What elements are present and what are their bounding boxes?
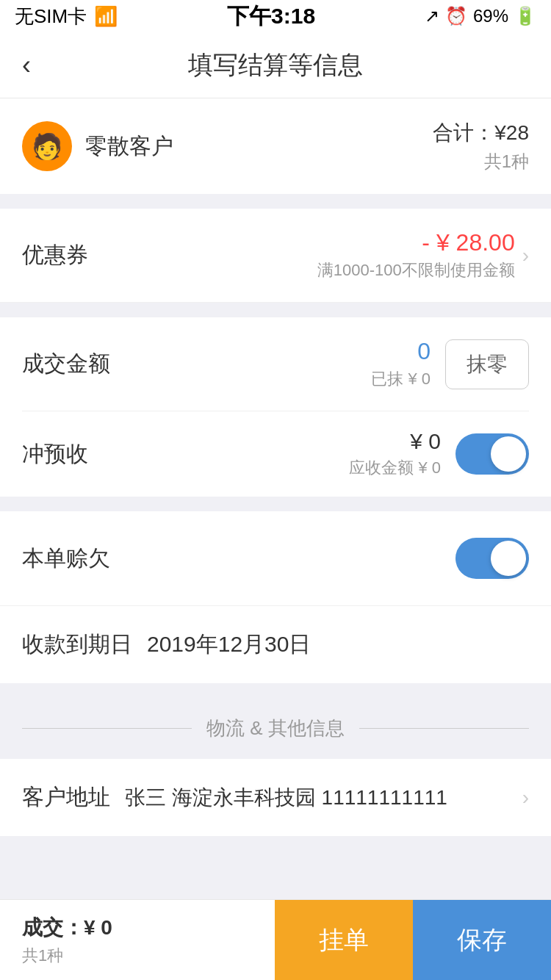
status-bar: 无SIM卡 📶 下午3:18 ↗ ⏰ 69% 🔋	[0, 0, 551, 32]
deal-section: 成交金额 0 已抹 ¥ 0 抹零 冲预收 ¥ 0 应收金额 ¥ 0	[0, 317, 551, 497]
debt-label: 本单赊欠	[22, 544, 110, 574]
address-row[interactable]: 客户地址 张三 海淀永丰科技园 11111111111 ›	[0, 759, 551, 836]
save-button[interactable]: 保存	[413, 900, 551, 981]
nav-bar: ‹ 填写结算等信息	[0, 32, 551, 98]
customer-name: 零散客户	[85, 131, 173, 162]
coupon-amount: - ¥ 28.00	[317, 229, 515, 256]
signal-text: 无SIM卡	[15, 4, 87, 29]
battery-text: 69%	[473, 6, 508, 26]
coupon-label: 优惠券	[22, 240, 88, 270]
divider-3	[0, 497, 551, 511]
debt-toggle[interactable]	[455, 538, 529, 579]
status-time: 下午3:18	[227, 1, 315, 32]
status-left: 无SIM卡 📶	[15, 4, 118, 29]
due-date-label: 收款到期日	[22, 630, 132, 660]
logistics-line-right	[359, 728, 529, 729]
avatar-icon: 🧑	[32, 131, 62, 161]
coupon-row[interactable]: 优惠券 - ¥ 28.00 满1000-100不限制使用金额 ›	[0, 209, 551, 303]
logistics-text: 物流 & 其他信息	[192, 716, 359, 741]
content: 🧑 零散客户 合计：¥28 共1种 优惠券 - ¥ 28.00 满1000-10…	[0, 98, 551, 980]
deal-amount-right: 0 已抹 ¥ 0 抹零	[371, 338, 529, 390]
address-value: 张三 海淀永丰科技园 11111111111	[125, 784, 522, 812]
prepay-toggle[interactable]	[455, 433, 529, 475]
bottom-deal-value: ¥ 0	[84, 916, 112, 939]
coupon-desc: 满1000-100不限制使用金额	[317, 259, 515, 281]
bottom-bar: 成交：¥ 0 共1种 挂单 保存	[0, 899, 551, 980]
logistics-divider: 物流 & 其他信息	[0, 698, 551, 759]
divider-1	[0, 194, 551, 209]
deal-amount-row: 成交金额 0 已抹 ¥ 0 抹零	[22, 317, 529, 411]
prepay-row: 冲预收 ¥ 0 应收金额 ¥ 0	[22, 411, 529, 497]
avatar: 🧑	[22, 121, 72, 171]
deal-amount-values: 0 已抹 ¥ 0	[371, 338, 431, 390]
back-button[interactable]: ‹	[22, 50, 31, 81]
alarm-icon: ⏰	[445, 6, 467, 26]
divider-4	[0, 683, 551, 698]
due-date-value: 2019年12月30日	[147, 630, 311, 660]
logistics-line-left	[22, 728, 192, 729]
bottom-summary: 成交：¥ 0 共1种	[0, 914, 275, 967]
customer-total: 合计：¥28	[433, 119, 529, 147]
customer-right: 合计：¥28 共1种	[433, 119, 529, 173]
prepay-right: ¥ 0 应收金额 ¥ 0	[349, 429, 529, 479]
status-right: ↗ ⏰ 69% 🔋	[425, 6, 536, 26]
toggle-knob	[491, 436, 526, 472]
customer-row: 🧑 零散客户 合计：¥28 共1种	[0, 98, 551, 194]
deal-amount-value: 0	[371, 338, 431, 365]
divider-2	[0, 303, 551, 317]
prepay-sub: 应收金额 ¥ 0	[349, 457, 441, 479]
bottom-deal: 成交：¥ 0	[22, 914, 253, 942]
debt-row: 本单赊欠	[0, 511, 551, 605]
page-title: 填写结算等信息	[188, 48, 363, 82]
address-chevron-icon: ›	[522, 786, 529, 810]
chevron-right-icon: ›	[522, 244, 529, 267]
coupon-info: - ¥ 28.00 满1000-100不限制使用金额	[317, 229, 515, 281]
prepay-label: 冲预收	[22, 439, 88, 469]
wifi-icon: 📶	[94, 5, 118, 28]
bottom-deal-label: 成交：	[22, 916, 84, 939]
hold-button[interactable]: 挂单	[275, 900, 413, 981]
bottom-count: 共1种	[22, 945, 253, 967]
customer-section: 🧑 零散客户 合计：¥28 共1种	[0, 98, 551, 194]
deal-amount-sub: 已抹 ¥ 0	[371, 368, 431, 390]
customer-count: 共1种	[433, 150, 529, 173]
prepay-info: ¥ 0 应收金额 ¥ 0	[349, 429, 441, 479]
address-label: 客户地址	[22, 782, 110, 813]
prepay-amount: ¥ 0	[349, 429, 441, 454]
deal-amount-label: 成交金额	[22, 349, 110, 379]
round-zero-button[interactable]: 抹零	[445, 339, 529, 389]
due-date-row: 收款到期日 2019年12月30日	[0, 605, 551, 683]
debt-toggle-knob	[491, 541, 526, 576]
battery-icon: 🔋	[514, 6, 536, 26]
coupon-right: - ¥ 28.00 满1000-100不限制使用金额 ›	[317, 229, 529, 281]
location-icon: ↗	[425, 6, 439, 26]
customer-left: 🧑 零散客户	[22, 121, 173, 171]
